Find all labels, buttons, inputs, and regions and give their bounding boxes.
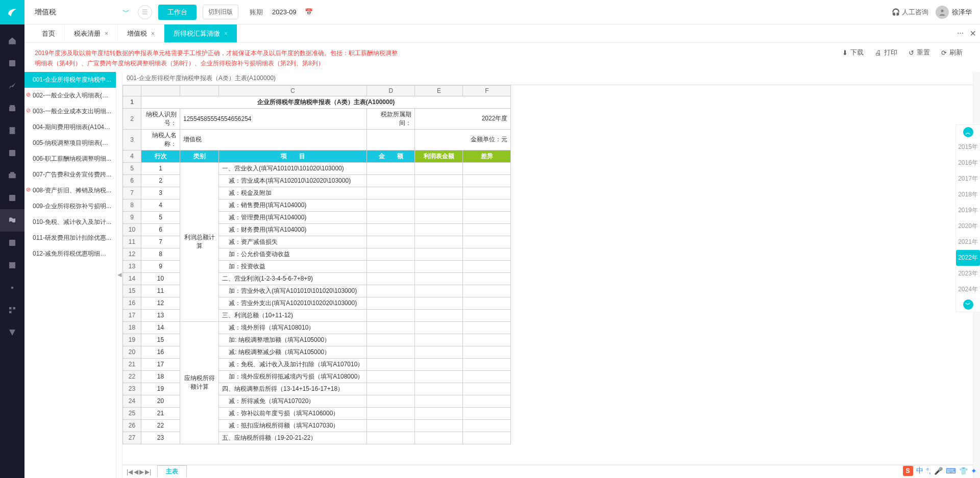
ime-logo-icon[interactable]: S	[903, 466, 913, 476]
ime-keyboard-icon[interactable]: ⌨	[946, 467, 956, 475]
svg-rect-3	[9, 311, 12, 314]
nav-archive-icon[interactable]	[0, 232, 24, 254]
tab-income-tax[interactable]: 所得税汇算清缴×	[164, 24, 237, 42]
workbench-button[interactable]: 工作台	[158, 5, 197, 20]
period-label: 账期	[250, 8, 263, 17]
ime-skin-icon[interactable]: 👕	[959, 467, 968, 475]
tree-item[interactable]: ⊘008-资产折旧、摊销及纳税...	[24, 183, 116, 198]
app-logo[interactable]	[0, 0, 24, 24]
nav-money-icon[interactable]	[0, 97, 24, 119]
user-avatar[interactable]	[936, 6, 949, 19]
tree-item[interactable]: 005-纳税调整项目明细表(A1...	[24, 135, 116, 151]
year-item[interactable]: 2016年	[956, 155, 980, 171]
warning-banner: 2019年度涉及取以前年度结转数据的申报表单元格需要手工维护正确，才能保证本年及…	[35, 48, 402, 69]
sheet-first-icon[interactable]: |◀	[127, 468, 133, 475]
svg-point-4	[941, 9, 943, 12]
year-item[interactable]: 2024年	[956, 282, 980, 297]
nav-salary-icon[interactable]	[0, 187, 24, 209]
year-item[interactable]: 2015年	[956, 139, 980, 155]
year-item[interactable]: 2018年	[956, 187, 980, 203]
nav-close-icon[interactable]	[0, 254, 24, 276]
chevron-down-icon: ﹀	[122, 8, 130, 17]
print-button[interactable]: 🖨打印	[875, 48, 897, 57]
year-down-icon[interactable]: ︾	[963, 299, 973, 310]
collapse-left-icon[interactable]: ◀	[116, 72, 122, 478]
year-item[interactable]: 2023年	[956, 266, 980, 282]
tab-tax-list[interactable]: 税表清册×	[65, 24, 118, 42]
sheet-next-icon[interactable]: ▶	[139, 468, 144, 475]
topbar: 增值税 ﹀ ☰ 工作台 切到旧版 账期 2023-09 📅 🎧人工咨询 徐泽华	[24, 0, 980, 24]
nav-asset-icon[interactable]	[0, 164, 24, 187]
tab-vat[interactable]: 增值税×	[118, 24, 164, 42]
calendar-icon[interactable]: 📅	[305, 8, 313, 16]
tree-item[interactable]: 006-职工薪酬纳税调整明细...	[24, 151, 116, 167]
year-rail: ︽ 2015年2016年2017年2018年2019年2020年2021年202…	[955, 124, 980, 312]
year-item[interactable]: 2020年	[956, 218, 980, 234]
close-icon[interactable]: ×	[105, 30, 108, 37]
sheet-prev-icon[interactable]: ◀	[134, 468, 138, 475]
reset-icon: ↺	[909, 49, 914, 57]
tree-item[interactable]: ⊘003-一般企业成本支出明细...	[24, 104, 116, 119]
tree-item[interactable]: 007-广告费和业务宣传费跨...	[24, 167, 116, 183]
switch-old-button[interactable]: 切到旧版	[203, 5, 238, 19]
svg-rect-1	[9, 307, 12, 310]
year-item[interactable]: 2019年	[956, 203, 980, 218]
year-up-icon[interactable]: ︽	[963, 127, 973, 137]
ime-lang-icon[interactable]: 中	[916, 466, 923, 475]
ime-voice-icon[interactable]: 🎤	[934, 467, 943, 475]
nav-book-icon[interactable]	[0, 119, 24, 142]
print-icon: 🖨	[875, 49, 881, 57]
nav-settings-icon[interactable]	[0, 276, 24, 299]
ime-indicator: S 中 °, 🎤 ⌨ 👕 ✦	[903, 466, 977, 476]
period-value: 2023-09	[272, 8, 297, 16]
nav-v-icon[interactable]	[0, 321, 24, 344]
nav-home-icon[interactable]	[0, 30, 24, 52]
refresh-icon: ⟳	[941, 49, 947, 57]
tree-item[interactable]: 012-减免所得税优惠明细表(...	[24, 246, 116, 262]
close-all-icon[interactable]: ×	[970, 28, 976, 39]
page-tabs: 首页 税表清册× 增值税× 所得税汇算清缴× ⋯ ×	[24, 24, 980, 43]
download-icon: ⬇	[842, 49, 848, 57]
nav-chart-icon[interactable]	[0, 74, 24, 97]
nav-voucher-icon[interactable]	[0, 52, 24, 74]
company-name: 增值税	[35, 8, 56, 17]
headset-icon: 🎧	[892, 8, 900, 16]
sheet-footer: |◀ ◀ ▶ ▶| 主表	[122, 465, 973, 478]
tree-item[interactable]: ⊘002-一般企业收入明细表(A1...	[24, 88, 116, 104]
sheet-last-icon[interactable]: ▶|	[145, 468, 151, 475]
ime-tool-icon[interactable]: ✦	[971, 467, 977, 475]
tabs-menu-icon[interactable]: ⋯	[957, 29, 964, 37]
sheet-tab-main[interactable]: 主表	[157, 465, 187, 477]
tree-item[interactable]: 004-期间费用明细表(A1040...	[24, 119, 116, 135]
svg-point-0	[11, 287, 14, 289]
svg-rect-2	[13, 307, 16, 310]
formula-bar: 001-企业所得税年度纳税申报表（A类）主表(A100000)	[122, 72, 973, 85]
close-icon[interactable]: ×	[224, 30, 228, 37]
tree-item[interactable]: 011-研发费用加计扣除优惠...	[24, 230, 116, 246]
nav-app-icon[interactable]	[0, 299, 24, 321]
close-icon[interactable]: ×	[151, 30, 155, 37]
year-item[interactable]: 2022年	[956, 250, 980, 266]
tree-item[interactable]: 009-企业所得税弥补亏损明...	[24, 198, 116, 214]
form-tree: 001-企业所得税年度纳税申...⊘002-一般企业收入明细表(A1...⊘00…	[24, 72, 116, 478]
company-selector[interactable]: 增值税 ﹀	[33, 8, 132, 17]
year-item[interactable]: 2021年	[956, 234, 980, 250]
refresh-button[interactable]: ⟳刷新	[941, 48, 963, 57]
left-sidebar	[0, 0, 24, 478]
username: 徐泽华	[952, 8, 972, 17]
tree-item[interactable]: 001-企业所得税年度纳税申...	[24, 72, 116, 88]
download-button[interactable]: ⬇下载	[842, 48, 864, 57]
consult-link[interactable]: 🎧人工咨询	[892, 8, 928, 17]
list-icon-button[interactable]: ☰	[138, 5, 152, 19]
tab-home[interactable]: 首页	[33, 24, 65, 42]
nav-tax-icon[interactable]	[0, 209, 24, 232]
tree-item[interactable]: 010-免税、减计收入及加计...	[24, 214, 116, 230]
spreadsheet[interactable]: CDEF1企业所得税年度纳税申报表（A类）主表(A100000)2纳税人识别号：…	[122, 85, 973, 465]
reset-button[interactable]: ↺重置	[909, 48, 930, 57]
ime-punct-icon[interactable]: °,	[926, 467, 932, 475]
nav-report-icon[interactable]	[0, 142, 24, 164]
year-item[interactable]: 2017年	[956, 171, 980, 187]
